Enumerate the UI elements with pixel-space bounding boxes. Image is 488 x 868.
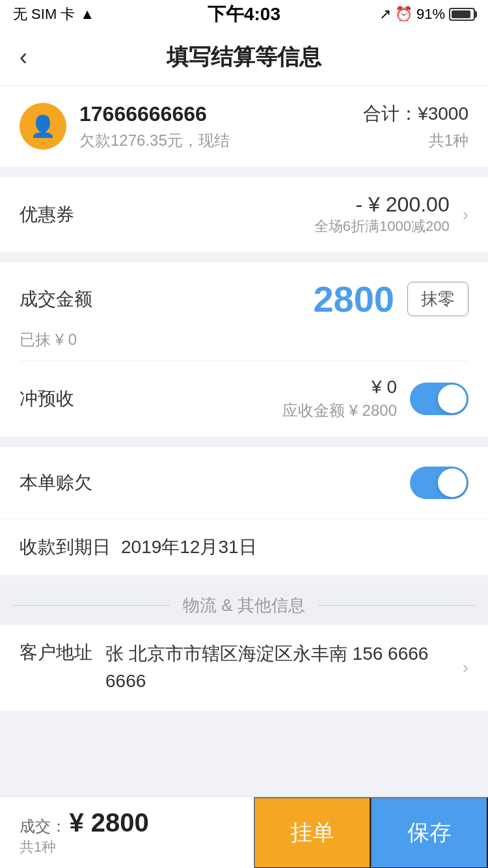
pre-receive-toggle[interactable] bbox=[410, 383, 468, 415]
deal-right: 2800 抹零 bbox=[313, 278, 468, 320]
content-area: 👤 17666666666 欠款1276.35元，现结 合计：¥3000 共1种… bbox=[0, 86, 488, 868]
debt-label: 本单赊欠 bbox=[20, 470, 92, 495]
debt-row: 本单赊欠 bbox=[0, 447, 488, 519]
customer-right: 合计：¥3000 共1种 bbox=[363, 102, 468, 151]
bottom-count: 共1种 bbox=[20, 837, 234, 857]
customer-phone: 17666666666 bbox=[79, 102, 230, 126]
avatar: 👤 bbox=[20, 103, 66, 150]
battery-icon bbox=[449, 8, 475, 21]
due-date-value: 2019年12月31日 bbox=[121, 535, 257, 560]
round-button[interactable]: 抹零 bbox=[407, 282, 468, 316]
separator-text: 物流 & 其他信息 bbox=[183, 594, 305, 617]
debt-section: 本单赊欠 收款到期日 2019年12月31日 bbox=[0, 447, 488, 575]
separator-section: 物流 & 其他信息 bbox=[0, 586, 488, 625]
order-total: 合计：¥3000 bbox=[363, 102, 468, 126]
separator-line-right bbox=[318, 605, 475, 606]
address-row[interactable]: 客户地址 张 北京市市辖区海淀区永丰南 156 6666 6666 › bbox=[0, 625, 488, 711]
location-icon: ↗ bbox=[379, 6, 391, 23]
separator-line-left bbox=[13, 605, 170, 606]
address-value: 张 北京市市辖区海淀区永丰南 156 6666 6666 bbox=[105, 640, 456, 695]
pre-receivable: 应收金额 ¥ 2800 bbox=[282, 400, 397, 421]
page-title: 填写结算等信息 bbox=[167, 42, 321, 72]
deal-label: 成交金额 bbox=[20, 287, 92, 312]
address-chevron-icon: › bbox=[463, 657, 468, 678]
deal-amount-value: 2800 bbox=[313, 278, 394, 320]
wifi-icon: ▲ bbox=[80, 6, 94, 23]
coupon-info: - ¥ 200.00 全场6折满1000减200 bbox=[314, 193, 450, 236]
debt-toggle[interactable] bbox=[410, 467, 468, 499]
order-count: 共1种 bbox=[363, 130, 468, 151]
carrier-text: 无 SIM 卡 bbox=[13, 5, 75, 24]
pre-receive-label: 冲预收 bbox=[20, 387, 74, 411]
bottom-info: 成交： ¥ 2800 共1种 bbox=[0, 808, 254, 857]
customer-debt: 欠款1276.35元，现结 bbox=[79, 130, 230, 151]
back-button[interactable]: ‹ bbox=[20, 44, 27, 71]
nav-bar: ‹ 填写结算等信息 bbox=[0, 29, 488, 86]
pre-receive-amount: ¥ 0 bbox=[282, 377, 397, 398]
pre-receive-values: ¥ 0 应收金额 ¥ 2800 bbox=[282, 377, 397, 421]
status-time: 下午4:03 bbox=[208, 2, 280, 27]
customer-card: 👤 17666666666 欠款1276.35元，现结 合计：¥3000 共1种 bbox=[0, 86, 488, 167]
bottom-deal-label: 成交： bbox=[20, 817, 66, 835]
hang-button[interactable]: 挂单 bbox=[254, 797, 371, 869]
alarm-icon: ⏰ bbox=[395, 6, 413, 23]
chevron-right-icon: › bbox=[463, 204, 468, 225]
battery-percent: 91% bbox=[416, 6, 445, 23]
address-label: 客户地址 bbox=[20, 640, 92, 665]
customer-left: 👤 17666666666 欠款1276.35元，现结 bbox=[20, 102, 230, 151]
status-bar: 无 SIM 卡 ▲ 下午4:03 ↗ ⏰ 91% bbox=[0, 0, 488, 29]
deal-section: 成交金额 2800 抹零 已抹 ¥ 0 冲预收 ¥ 0 应收金额 ¥ 2800 bbox=[0, 262, 488, 437]
coupon-row[interactable]: 优惠券 - ¥ 200.00 全场6折满1000减200 › bbox=[0, 177, 488, 252]
customer-info: 17666666666 欠款1276.35元，现结 bbox=[79, 102, 230, 151]
deal-row: 成交金额 2800 抹零 bbox=[0, 262, 488, 336]
coupon-amount: - ¥ 200.00 bbox=[314, 193, 450, 217]
due-date-row: 收款到期日 2019年12月31日 bbox=[0, 519, 488, 575]
save-button[interactable]: 保存 bbox=[371, 797, 488, 869]
bottom-deal-line: 成交： ¥ 2800 bbox=[20, 808, 234, 837]
status-left: 无 SIM 卡 ▲ bbox=[13, 5, 94, 24]
deal-sub: 已抹 ¥ 0 bbox=[0, 329, 488, 360]
bottom-amount: ¥ 2800 bbox=[69, 808, 148, 837]
bottom-bar: 成交： ¥ 2800 共1种 挂单 保存 bbox=[0, 796, 488, 868]
coupon-desc: 全场6折满1000减200 bbox=[314, 217, 450, 236]
due-date-label: 收款到期日 bbox=[20, 535, 111, 560]
coupon-label: 优惠券 bbox=[20, 202, 74, 227]
coupon-right: - ¥ 200.00 全场6折满1000减200 › bbox=[314, 193, 468, 236]
pre-receive-row: 冲预收 ¥ 0 应收金额 ¥ 2800 bbox=[0, 361, 488, 437]
status-right: ↗ ⏰ 91% bbox=[379, 6, 475, 23]
avatar-icon: 👤 bbox=[30, 114, 56, 139]
pre-receive-right: ¥ 0 应收金额 ¥ 2800 bbox=[282, 377, 468, 421]
